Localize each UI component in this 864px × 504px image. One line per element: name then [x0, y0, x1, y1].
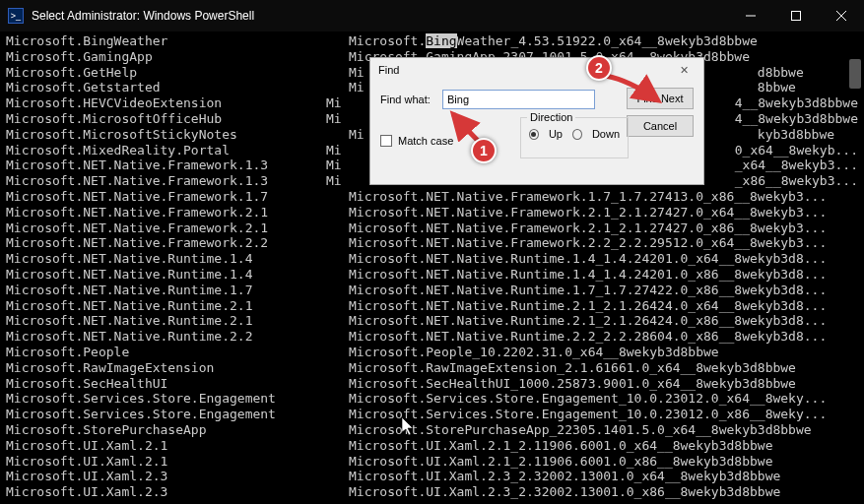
- package-fullname: Microsoft.StorePurchaseApp_22305.1401.5.…: [349, 422, 858, 438]
- annotation-arrow-2: [601, 71, 670, 110]
- down-label: Down: [592, 128, 620, 140]
- output-row: Microsoft.UI.Xaml.2.1Microsoft.UI.Xaml.2…: [6, 454, 858, 470]
- up-label: Up: [549, 128, 563, 140]
- output-row: Microsoft.UI.Xaml.2.1Microsoft.UI.Xaml.2…: [6, 438, 858, 454]
- annotation-1: 1: [471, 138, 497, 163]
- package-name: Microsoft.StorePurchaseApp: [6, 422, 349, 438]
- titlebar[interactable]: >_ Select Administrator: Windows PowerSh…: [0, 0, 864, 32]
- output-row: Microsoft.StorePurchaseAppMicrosoft.Stor…: [6, 422, 858, 438]
- package-fullname: Microsoft.BingWeather_4.53.51922.0_x64__…: [349, 33, 858, 49]
- package-fullname: Microsoft.SecHealthUI_1000.25873.9001.0_…: [349, 376, 858, 392]
- minimize-button[interactable]: [728, 0, 773, 32]
- up-radio[interactable]: [529, 129, 539, 140]
- package-name: Microsoft.GetHelp: [6, 65, 349, 81]
- down-radio[interactable]: [572, 129, 582, 140]
- package-name: Microsoft.NET.Native.Framework.2.1: [6, 220, 349, 236]
- output-row: Microsoft.NET.Native.Runtime.1.4Microsof…: [6, 267, 858, 283]
- package-name: Microsoft.BingWeather: [6, 33, 349, 49]
- output-row: Microsoft.NET.Native.Framework.2.2Micros…: [6, 235, 858, 251]
- package-name: Microsoft.MixedReality.Portal: [6, 143, 326, 158]
- output-row: Microsoft.RawImageExtensionMicrosoft.Raw…: [6, 360, 858, 376]
- cancel-button[interactable]: Cancel: [627, 115, 694, 137]
- output-row: Microsoft.Services.Store.EngagementMicro…: [6, 407, 858, 422]
- output-row: Microsoft.NET.Native.Framework.1.7Micros…: [6, 189, 858, 205]
- svg-rect-1: [792, 12, 801, 21]
- package-fullname: Microsoft.NET.Native.Runtime.2.1_2.1.264…: [349, 313, 858, 329]
- package-fullname: Microsoft.Services.Store.Engagement_10.0…: [349, 407, 858, 422]
- package-name: Microsoft.SecHealthUI: [6, 376, 349, 392]
- powershell-icon: >_: [8, 8, 24, 24]
- package-fullname: Microsoft.Services.Store.Engagement_10.0…: [349, 391, 858, 407]
- package-name: Microsoft.UI.Xaml.2.3: [6, 484, 349, 500]
- output-row: Microsoft.SecHealthUIMicrosoft.SecHealth…: [6, 376, 858, 392]
- package-fullname: Microsoft.RawImageExtension_2.1.61661.0_…: [349, 360, 858, 376]
- package-name: Microsoft.NET.Native.Framework.2.1: [6, 205, 349, 220]
- output-row: Microsoft.NET.Native.Framework.2.1Micros…: [6, 220, 858, 236]
- annotation-2: 2: [586, 55, 612, 81]
- package-name: Microsoft.People: [6, 345, 349, 360]
- package-name: Microsoft.NET.Native.Runtime.2.1: [6, 313, 349, 329]
- package-name: Microsoft.MicrosoftStickyNotes: [6, 127, 349, 143]
- output-row: Microsoft.BingWeatherMicrosoft.BingWeath…: [6, 33, 858, 49]
- maximize-button[interactable]: [773, 0, 819, 32]
- match-case-checkbox[interactable]: [380, 135, 392, 147]
- package-name: Microsoft.UI.Xaml.2.1: [6, 454, 349, 470]
- close-icon[interactable]: ✕: [672, 60, 696, 80]
- package-name: Microsoft.MicrosoftOfficeHub: [6, 111, 326, 127]
- find-what-label: Find what:: [380, 94, 434, 105]
- package-name: Microsoft.NET.Native.Runtime.1.4: [6, 251, 349, 267]
- package-fullname: Microsoft.People_10.2202.31.0_x64__8weky…: [349, 345, 858, 360]
- package-name: Microsoft.Services.Store.Engagement: [6, 407, 349, 422]
- package-name: Microsoft.NET.Native.Framework.1.7: [6, 189, 349, 205]
- package-name: Microsoft.UI.Xaml.2.3: [6, 469, 349, 484]
- package-name: Microsoft.NET.Native.Runtime.1.4: [6, 267, 349, 283]
- package-name: Microsoft.NET.Native.Framework.1.3: [6, 158, 326, 173]
- output-row: Microsoft.NET.Native.Runtime.1.7Microsof…: [6, 283, 858, 298]
- package-fullname: Microsoft.NET.Native.Framework.2.1_2.1.2…: [349, 220, 858, 236]
- scrollbar-thumb[interactable]: [849, 59, 861, 89]
- package-fullname: Microsoft.NET.Native.Runtime.1.4_1.4.242…: [349, 267, 858, 283]
- package-name: Microsoft.RawImageExtension: [6, 360, 349, 376]
- window-title: Select Administrator: Windows PowerShell: [32, 9, 728, 23]
- package-fullname: Microsoft.UI.Xaml.2.3_2.32002.13001.0_x8…: [349, 484, 858, 500]
- package-name: Microsoft.UI.Xaml.2.1: [6, 438, 349, 454]
- output-row: Microsoft.NET.Native.Runtime.2.2Microsof…: [6, 329, 858, 345]
- package-fullname: Microsoft.UI.Xaml.2.3_2.32002.13001.0_x6…: [349, 469, 858, 484]
- package-fullname: Microsoft.NET.Native.Framework.2.2_2.2.2…: [349, 235, 858, 251]
- cursor-icon: [402, 417, 416, 437]
- output-row: Microsoft.NET.Native.Runtime.2.1Microsof…: [6, 298, 858, 314]
- output-row: Microsoft.NET.Native.Framework.2.1Micros…: [6, 205, 858, 220]
- search-highlight: Bing: [426, 33, 456, 48]
- output-row: Microsoft.PeopleMicrosoft.People_10.2202…: [6, 345, 858, 360]
- package-name: Microsoft.GamingApp: [6, 49, 349, 65]
- package-name: Microsoft.Getstarted: [6, 80, 349, 95]
- package-fullname: Microsoft.NET.Native.Runtime.2.2_2.2.286…: [349, 329, 858, 345]
- package-name: Microsoft.NET.Native.Runtime.1.7: [6, 283, 349, 298]
- package-name: Microsoft.NET.Native.Runtime.2.2: [6, 329, 349, 345]
- scrollbar[interactable]: [849, 39, 861, 492]
- package-fullname: Microsoft.UI.Xaml.2.1_2.11906.6001.0_x64…: [349, 438, 858, 454]
- package-fullname: Microsoft.NET.Native.Runtime.2.1_2.1.264…: [349, 298, 858, 314]
- package-fullname: Microsoft.NET.Native.Framework.1.7_1.7.2…: [349, 189, 858, 205]
- direction-label: Direction: [527, 111, 575, 123]
- close-button[interactable]: [819, 0, 864, 32]
- output-row: Microsoft.UI.Xaml.2.3Microsoft.UI.Xaml.2…: [6, 469, 858, 484]
- package-fullname: Microsoft.UI.Xaml.2.1_2.11906.6001.0_x86…: [349, 454, 858, 470]
- package-fullname: Microsoft.NET.Native.Framework.2.1_2.1.2…: [349, 205, 858, 220]
- package-fullname: Microsoft.NET.Native.Runtime.1.4_1.4.242…: [349, 251, 858, 267]
- output-row: Microsoft.UI.Xaml.2.3Microsoft.UI.Xaml.2…: [6, 484, 858, 500]
- output-row: Microsoft.Services.Store.EngagementMicro…: [6, 391, 858, 407]
- direction-group: Direction Up Down: [520, 117, 629, 158]
- output-row: Microsoft.NET.Native.Runtime.2.1Microsof…: [6, 313, 858, 329]
- package-name: Microsoft.Services.Store.Engagement: [6, 391, 349, 407]
- output-row: Microsoft.NET.Native.Runtime.1.4Microsof…: [6, 251, 858, 267]
- package-name: Microsoft.NET.Native.Framework.1.3: [6, 173, 326, 189]
- package-fullname: Microsoft.NET.Native.Runtime.1.7_1.7.274…: [349, 283, 858, 298]
- package-name: Microsoft.NET.Native.Framework.2.2: [6, 235, 349, 251]
- package-name: Microsoft.HEVCVideoExtension: [6, 95, 326, 111]
- package-name: Microsoft.NET.Native.Runtime.2.1: [6, 298, 349, 314]
